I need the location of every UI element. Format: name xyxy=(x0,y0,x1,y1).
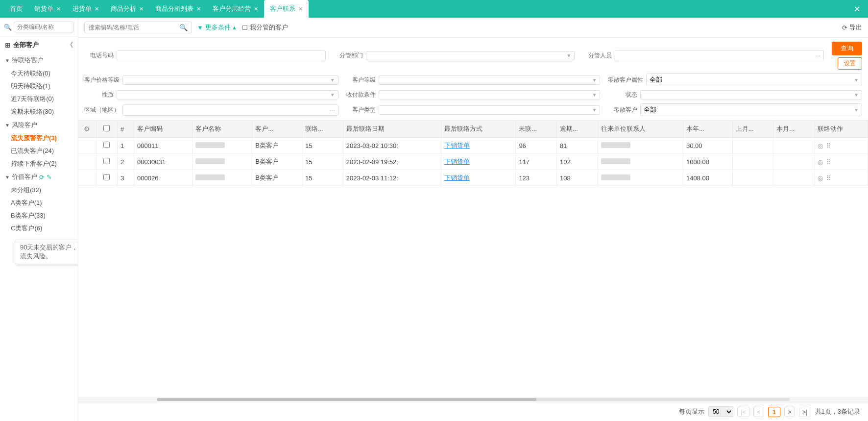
more-conditions-btn[interactable]: ▼ 更多条件 ▲ xyxy=(197,23,237,32)
collapse-icon[interactable]: 《 xyxy=(67,41,73,50)
row-this-month xyxy=(773,138,815,154)
sidebar-group-title-pending[interactable]: ▼ 待联络客户 xyxy=(0,53,78,67)
customer-type-select[interactable]: ▼ xyxy=(379,105,601,115)
export-btn[interactable]: ⟳ 导出 xyxy=(842,23,862,32)
row-checkbox[interactable] xyxy=(103,174,110,180)
gear-column-header[interactable]: ⚙ xyxy=(78,121,96,138)
chevron-up-icon: ▲ xyxy=(232,25,237,30)
scrollbar-thumb[interactable] xyxy=(157,398,536,401)
tab-product-list[interactable]: 商品分析列表 ✕ xyxy=(149,0,207,18)
chevron-down-icon: ▼ xyxy=(592,77,597,83)
row-checkbox-cell[interactable] xyxy=(96,170,118,186)
contact-icon[interactable]: ◎ xyxy=(818,174,823,182)
prev-page-btn[interactable]: < xyxy=(753,407,764,417)
row-checkbox-cell[interactable] xyxy=(96,138,118,154)
sidebar-item-declining[interactable]: 持续下滑客户(2) xyxy=(0,157,78,170)
tab-purchase-order[interactable]: 进货单 ✕ xyxy=(67,0,105,18)
region-select[interactable]: ··· xyxy=(122,104,338,116)
sidebar-tooltip: 90天未交易的客户，可能有流失风险。 xyxy=(15,240,78,264)
filter-row-4: 区域（地区） ··· 客户类型 ▼ 零散客户 全部 xyxy=(84,103,862,116)
sidebar-item-today-contact[interactable]: 今天待联络(0) xyxy=(0,67,78,80)
tab-customer-tier[interactable]: 客户分层经营 ✕ xyxy=(207,0,264,18)
zero-attr-select[interactable]: 全部 ▼ xyxy=(646,74,862,86)
close-icon[interactable]: ✕ xyxy=(298,6,303,12)
person-select[interactable]: ··· xyxy=(615,50,824,61)
scrollbar-track[interactable] xyxy=(157,398,790,401)
settings-button[interactable]: 设置 xyxy=(838,57,862,70)
phone-input[interactable] xyxy=(117,50,326,61)
customer-level-select[interactable]: ▼ xyxy=(379,75,601,85)
sidebar-item-tomorrow-contact[interactable]: 明天待联络(1) xyxy=(0,80,78,93)
status-label: 状态 xyxy=(608,91,637,99)
row-checkbox-cell[interactable] xyxy=(96,154,118,170)
nature-select[interactable]: ▼ xyxy=(117,90,338,99)
sidebar-root[interactable]: ⊞ 全部客户 《 xyxy=(0,37,78,53)
sidebar-search-input[interactable] xyxy=(14,22,74,32)
sidebar-item-overdue-contact[interactable]: 逾期未联络(30) xyxy=(0,105,78,118)
zero-customer-select[interactable]: 全部 ▼ xyxy=(640,103,862,116)
contact-icon[interactable]: ◎ xyxy=(818,158,823,166)
export-icon: ⟳ xyxy=(842,24,847,31)
row-last-way: 下销货单 xyxy=(441,138,516,154)
my-customers-filter[interactable]: ☐ 我分管的客户 xyxy=(242,23,288,32)
select-all-checkbox[interactable] xyxy=(103,125,110,131)
row-unit-contact xyxy=(598,170,683,186)
window-close-icon[interactable]: ✕ xyxy=(850,4,864,14)
chevron-down-icon: ▼ xyxy=(330,92,335,98)
status-select[interactable]: ▼ xyxy=(640,90,862,99)
tab-sales-order[interactable]: 销货单 ✕ xyxy=(28,0,67,18)
scrollbar-wrap[interactable] xyxy=(78,397,868,402)
close-icon[interactable]: ✕ xyxy=(139,6,144,12)
per-page-select[interactable]: 50 100 xyxy=(708,406,733,417)
last-way-link[interactable]: 下销货单 xyxy=(444,142,470,149)
region-label: 区域（地区） xyxy=(84,106,120,114)
sidebar-item-7day-contact[interactable]: 近7天待联络(0) xyxy=(0,93,78,105)
top-tabbar: 首页 销货单 ✕ 进货单 ✕ 商品分析 ✕ 商品分析列表 ✕ 客户分层经营 ✕ … xyxy=(0,0,868,18)
filter-status: 状态 ▼ xyxy=(608,90,862,99)
sidebar-group-title-value[interactable]: ▼ 价值客户 ⟳ ✎ xyxy=(0,170,78,184)
row-overdue: 108 xyxy=(556,170,598,186)
next-page-btn[interactable]: > xyxy=(784,407,795,417)
payment-select[interactable]: ▼ xyxy=(379,90,601,99)
contact-icon[interactable]: ◎ xyxy=(818,142,823,149)
sidebar-item-a-class[interactable]: A类客户(1) xyxy=(0,197,78,209)
filter-zero-customer: 零散客户 全部 ▼ xyxy=(608,103,862,116)
zero-attr-label: 零散客户属性 xyxy=(608,76,643,84)
sidebar-item-churn-warning[interactable]: 流失预警客户(3) xyxy=(0,132,78,145)
tab-home[interactable]: 首页 xyxy=(4,0,28,18)
row-contact: 15 xyxy=(302,138,343,154)
last-way-link[interactable]: 下销货单 xyxy=(444,158,470,165)
first-page-btn[interactable]: |< xyxy=(737,407,749,417)
search-icon[interactable]: 🔍 xyxy=(179,24,188,31)
sidebar-item-ungrouped[interactable]: 未分组(32) xyxy=(0,184,78,197)
gear-icon[interactable]: ⚙ xyxy=(84,125,90,133)
close-icon[interactable]: ✕ xyxy=(254,6,258,12)
col-name: 客户名称 xyxy=(192,121,252,138)
sidebar-item-b-class[interactable]: B类客户(33) xyxy=(0,209,78,222)
tab-product-analysis[interactable]: 商品分析 ✕ xyxy=(105,0,149,18)
row-checkbox[interactable] xyxy=(103,158,110,164)
more-icon[interactable]: ⠿ xyxy=(826,158,831,166)
last-way-link[interactable]: 下销货单 xyxy=(444,174,470,181)
checkbox-column-header[interactable] xyxy=(96,121,118,138)
search-input[interactable] xyxy=(89,24,179,31)
price-level-select[interactable]: ▼ xyxy=(122,75,338,85)
close-icon[interactable]: ✕ xyxy=(196,6,201,12)
filter-person: 分管人员 ··· xyxy=(582,42,824,70)
row-checkbox[interactable] xyxy=(103,142,110,148)
sidebar-group-title-risk[interactable]: ▼ 风险客户 xyxy=(0,118,78,132)
checkbox-icon[interactable]: ☐ xyxy=(242,24,248,31)
more-icon[interactable]: ⠿ xyxy=(826,174,831,182)
filter-row-1: 电话号码 分管部门 ▼ 分管人员 ··· xyxy=(84,42,862,70)
sidebar-item-churned[interactable]: 已流失客户(24) xyxy=(0,145,78,157)
dept-select[interactable]: ▼ xyxy=(366,51,575,60)
filter-zero-attr: 零散客户属性 全部 ▼ xyxy=(608,74,862,86)
more-icon[interactable]: ⠿ xyxy=(826,142,831,149)
sidebar-item-c-class[interactable]: C类客户(6) xyxy=(0,222,78,235)
row-last-way: 下销货单 xyxy=(441,170,516,186)
query-button[interactable]: 查询 xyxy=(832,42,862,55)
last-page-btn[interactable]: >| xyxy=(799,407,811,417)
close-icon[interactable]: ✕ xyxy=(56,6,61,12)
close-icon[interactable]: ✕ xyxy=(95,6,99,12)
tab-customer-contact[interactable]: 客户联系 ✕ xyxy=(264,0,309,18)
